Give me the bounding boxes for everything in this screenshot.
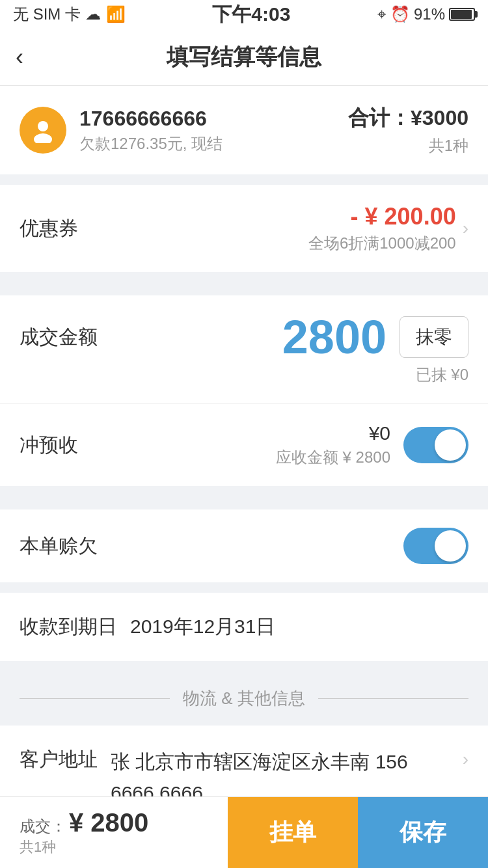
bottom-total-row: 成交： ¥ 2800 [20,808,208,837]
avatar [20,107,66,154]
prepay-amount: ¥0 [276,422,390,444]
bottom-total-label: 成交： [20,816,66,837]
coupon-discount: - ¥ 200.00 [78,203,456,230]
prepay-right: ¥0 应收金额 ¥ 2800 [276,422,468,468]
debt-label: 本单赊欠 [20,533,98,560]
back-button[interactable]: ‹ [16,44,23,71]
due-date-section: 收款到期日 2019年12月31日 [0,593,488,661]
section-divider-1 [0,282,488,295]
customer-row: 17666666666 欠款1276.35元, 现结 合计：¥3000 共1种 [0,86,488,174]
total-sub: 共1种 [348,135,468,156]
bottom-amount: ¥ 2800 [69,808,148,837]
logistics-label: 物流 & 其他信息 [183,687,305,710]
amount-section: 成交金额 2800 抹零 已抹 ¥0 [0,295,488,403]
coupon-right: - ¥ 200.00 全场6折满1000减200 [78,203,456,254]
round-down-button[interactable]: 抹零 [400,316,468,358]
coupon-desc: 全场6折满1000减200 [78,233,456,254]
page-title: 填写结算等信息 [167,42,321,72]
bottom-count: 共1种 [20,837,208,857]
prepay-label: 冲预收 [20,432,78,459]
amount-row: 成交金额 2800 抹零 [20,314,468,360]
customer-info: 17666666666 欠款1276.35元, 现结 [79,107,348,154]
debt-toggle[interactable] [403,528,468,564]
prepay-row: 冲预收 ¥0 应收金额 ¥ 2800 [20,422,468,468]
total-amount: 合计：¥3000 [348,104,468,133]
bottom-bar: 成交： ¥ 2800 共1种 挂单 保存 [0,796,488,868]
section-divider-2 [0,486,488,499]
logistics-divider: 物流 & 其他信息 [0,671,488,726]
amount-value: 2800 [282,314,386,360]
status-left: 无 SIM 卡 ☁ ‪📶 [13,4,126,25]
wifi-icon: ‪📶 [106,5,126,23]
prepay-amount-group: ¥0 应收金额 ¥ 2800 [276,422,390,468]
prepay-toggle[interactable] [403,427,468,463]
customer-phone: 17666666666 [79,107,348,131]
battery-percent: 91% [414,5,445,23]
prepay-section: 冲预收 ¥0 应收金额 ¥ 2800 [0,403,488,486]
amount-sub-row: 已抹 ¥0 [20,364,468,385]
battery-icon [449,8,475,21]
address-label: 客户地址 [20,746,98,773]
divider-line-right [318,698,468,699]
save-button[interactable]: 保存 [358,797,488,868]
user-icon [30,117,56,143]
sim-text: 无 SIM 卡 ☁ [13,4,101,25]
customer-sub: 欠款1276.35元, 现结 [79,133,348,154]
customer-total: 合计：¥3000 共1种 [348,104,468,156]
status-bar: 无 SIM 卡 ☁ ‪📶 下午4:03 ⌖ ⏰ 91% [0,0,488,29]
coupon-chevron-icon: › [463,218,468,239]
status-time: 下午4:03 [212,1,290,28]
toggle-knob [435,429,466,461]
coupon-label: 优惠券 [20,215,78,242]
svg-point-1 [34,133,52,143]
address-chevron-icon: › [463,749,468,770]
location-icon: ⌖ [377,5,386,23]
hold-button[interactable]: 挂单 [228,797,358,868]
nav-bar: ‹ 填写结算等信息 [0,29,488,86]
debt-section: 本单赊欠 [0,509,488,582]
svg-point-0 [38,121,48,131]
due-date-value: 2019年12月31日 [130,614,275,640]
amount-sub: 已抹 ¥0 [416,364,468,385]
due-date-label: 收款到期日 [20,614,117,640]
section-divider-3 [0,661,488,671]
amount-label: 成交金额 [20,324,98,351]
amount-right: 2800 抹零 [282,314,468,360]
divider-line-left [20,698,170,699]
alarm-icon: ⏰ [390,5,410,23]
debt-toggle-knob [435,530,466,562]
coupon-row[interactable]: 优惠券 - ¥ 200.00 全场6折满1000减200 › [0,185,488,272]
prepay-sub: 应收金额 ¥ 2800 [276,447,390,468]
bottom-info: 成交： ¥ 2800 共1种 [0,797,228,868]
status-right: ⌖ ⏰ 91% [377,5,475,23]
content-area: 17666666666 欠款1276.35元, 现结 合计：¥3000 共1种 … [0,86,488,868]
